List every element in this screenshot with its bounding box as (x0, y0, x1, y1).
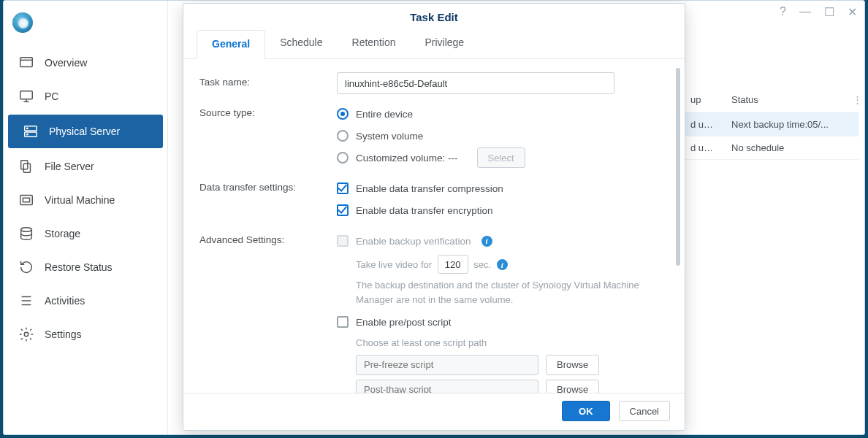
radio-icon (337, 152, 349, 164)
tab-retention[interactable]: Retention (338, 29, 411, 58)
minimize-icon[interactable]: — (799, 5, 811, 19)
table-row[interactable]: d up ... Next backup time:05/... (683, 113, 859, 137)
info-icon[interactable]: i (481, 236, 492, 247)
script-hint: Choose at least one script path (356, 336, 679, 350)
sidebar-item-overview[interactable]: Overview (4, 46, 167, 80)
table-row[interactable]: d up ... No schedule (683, 137, 859, 160)
sidebar-item-label: Storage (45, 228, 80, 239)
checkbox-enable-script[interactable]: Enable pre/post script (337, 311, 679, 333)
browse-post-thaw-button[interactable]: Browse (546, 380, 599, 393)
scroll-thumb[interactable] (676, 68, 680, 266)
tab-general[interactable]: General (197, 30, 265, 59)
restore-icon (18, 259, 34, 275)
svg-point-7 (27, 128, 28, 128)
live-video-row: Take live video for sec. i (356, 255, 679, 274)
table-header: up Status ⋮ (683, 87, 859, 113)
advanced-settings-label: Advanced Settings: (199, 230, 337, 245)
file-server-icon (18, 158, 34, 174)
source-type-label: Source type: (199, 103, 337, 118)
svg-point-13 (21, 228, 32, 232)
tab-schedule[interactable]: Schedule (265, 29, 337, 58)
svg-rect-2 (20, 91, 33, 99)
checkbox-label: Enable data transfer compression (356, 183, 503, 194)
radio-icon (337, 130, 349, 142)
browse-pre-freeze-button[interactable]: Browse (546, 355, 599, 375)
table-header-cell[interactable]: Status (724, 94, 853, 105)
radio-label: Entire device (356, 109, 413, 120)
radio-customized-volume[interactable]: Customized volume: --- Select (337, 147, 679, 169)
checkbox-backup-verification: Enable backup verification i (337, 230, 679, 252)
sidebar-item-restore-status[interactable]: Restore Status (4, 250, 167, 284)
tab-bar: General Schedule Retention Privilege (183, 29, 685, 59)
sidebar-item-file-server[interactable]: File Server (4, 150, 167, 183)
sidebar-item-label: Physical Server (49, 126, 120, 137)
pre-freeze-script-input[interactable] (356, 355, 538, 375)
radio-icon (337, 108, 349, 120)
maximize-icon[interactable]: ☐ (824, 5, 834, 19)
sidebar-item-pc[interactable]: PC (4, 80, 167, 113)
close-icon[interactable]: ✕ (848, 5, 857, 19)
svg-rect-0 (20, 58, 33, 67)
task-edit-dialog: Task Edit General Schedule Retention Pri… (183, 3, 685, 431)
select-volume-button[interactable]: Select (477, 147, 525, 168)
checkbox-icon (337, 204, 349, 216)
checkbox-icon (337, 182, 349, 194)
sidebar-item-label: Settings (45, 328, 82, 340)
checkbox-icon (337, 235, 349, 247)
svg-rect-10 (23, 164, 30, 172)
info-icon[interactable]: i (497, 259, 508, 270)
radio-label: System volume (356, 131, 423, 142)
pc-icon (18, 88, 34, 104)
sidebar: Overview PC Physical Server File Server (4, 1, 168, 434)
dialog-title: Task Edit (183, 4, 685, 29)
svg-point-17 (24, 332, 28, 337)
sidebar-item-label: File Server (45, 161, 94, 172)
sidebar-item-label: Virtual Machine (45, 194, 115, 206)
checkbox-label: Enable pre/post script (356, 317, 452, 328)
svg-rect-12 (23, 198, 29, 202)
window-controls: ? — ☐ ✕ (780, 5, 857, 19)
gear-icon (18, 326, 34, 342)
radio-label: Customized volume: --- (356, 153, 458, 164)
sidebar-item-label: Activities (45, 295, 85, 307)
svg-rect-9 (21, 161, 28, 169)
task-name-input[interactable] (337, 72, 614, 94)
radio-system-volume[interactable]: System volume (337, 125, 679, 147)
sidebar-item-label: Restore Status (45, 261, 113, 273)
dialog-body: Task name: Source type: Entire device Sy… (183, 59, 685, 393)
radio-entire-device[interactable]: Entire device (337, 103, 679, 125)
storage-icon (18, 226, 34, 242)
activities-icon (18, 293, 34, 309)
table-cell: Next backup time:05/... (724, 119, 859, 130)
table-menu-icon[interactable]: ⋮ (853, 94, 859, 105)
svg-rect-11 (20, 196, 33, 205)
sidebar-item-activities[interactable]: Activities (4, 284, 167, 318)
table-cell: d up ... (683, 119, 724, 130)
cancel-button[interactable]: Cancel (619, 401, 670, 421)
live-video-seconds-input[interactable] (438, 255, 468, 274)
sidebar-item-label: PC (45, 91, 58, 102)
sidebar-item-settings[interactable]: Settings (4, 318, 167, 351)
tab-privilege[interactable]: Privilege (410, 29, 479, 58)
sidebar-item-label: Overview (45, 57, 87, 69)
checkbox-encryption[interactable]: Enable data transfer encryption (337, 199, 679, 221)
svg-point-8 (27, 134, 28, 134)
sidebar-item-storage[interactable]: Storage (4, 217, 167, 250)
checkbox-label: Enable backup verification (356, 236, 471, 247)
task-name-label: Task name: (199, 72, 337, 88)
destination-note: The backup destination and the cluster o… (356, 278, 679, 307)
ok-button[interactable]: OK (562, 401, 610, 421)
checkbox-compression[interactable]: Enable data transfer compression (337, 177, 679, 199)
help-icon[interactable]: ? (780, 5, 786, 19)
server-icon (23, 123, 39, 139)
checkbox-label: Enable data transfer encryption (356, 205, 493, 216)
table-header-cell[interactable]: up (683, 94, 724, 105)
scrollbar[interactable] (674, 66, 682, 385)
checkbox-icon (337, 316, 349, 328)
task-table: up Status ⋮ d up ... Next backup time:05… (683, 87, 859, 160)
dialog-footer: OK Cancel (183, 393, 685, 430)
sidebar-item-physical-server[interactable]: Physical Server (8, 115, 163, 148)
post-thaw-script-input[interactable] (356, 380, 538, 393)
sidebar-item-virtual-machine[interactable]: Virtual Machine (4, 183, 167, 217)
vm-icon (18, 192, 34, 208)
